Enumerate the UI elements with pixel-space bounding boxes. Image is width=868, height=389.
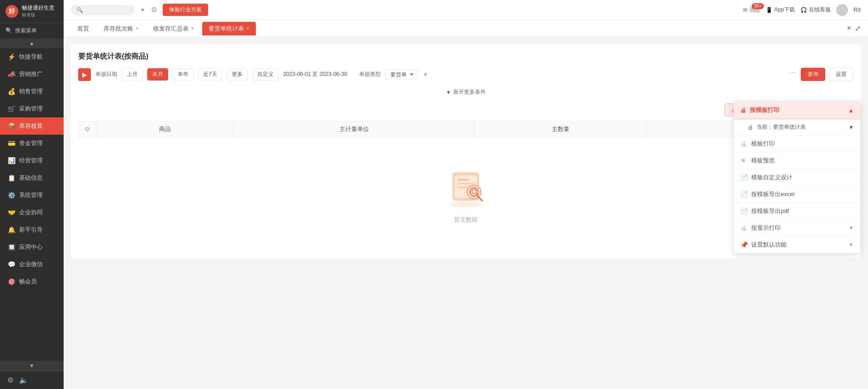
dropdown-item-left: 🖨 按显示打印 xyxy=(740,224,781,232)
volume-footer-icon[interactable]: 🔈 xyxy=(19,376,28,384)
trial-button[interactable]: 体验行业方案 xyxy=(163,4,208,16)
collab-icon: 🤝 xyxy=(7,209,15,216)
date-more-btn[interactable]: 更多 xyxy=(227,68,248,81)
query-button[interactable]: 查询 xyxy=(801,68,825,81)
date-custom-btn[interactable]: 自定义 xyxy=(252,68,279,81)
sidebar-item-member[interactable]: 🎯 畅会员 xyxy=(0,273,64,290)
header-settings-icon[interactable]: ⚙ xyxy=(151,5,157,14)
sidebar-item-sales[interactable]: 💰 销售管理 xyxy=(0,83,64,100)
app-name-block: 畅捷通好生意 标准版 xyxy=(22,5,55,18)
dropdown-item-template-preview[interactable]: 👁 模板预览 xyxy=(734,152,860,169)
empty-state-text: 暂无数据 xyxy=(454,216,478,224)
marketing-icon: 📣 xyxy=(7,71,15,78)
sidebar-item-marketing[interactable]: 📣 营销推广 xyxy=(0,66,64,83)
date-current-month-btn[interactable]: 本月 xyxy=(147,68,168,81)
template-print-icon: 🖨 xyxy=(740,140,748,147)
expand-more-bar[interactable]: ▼ 展开更多条件 xyxy=(78,86,853,99)
date-prev-month-btn[interactable]: 上月 xyxy=(122,68,143,81)
sidebar-scroll-up[interactable]: ▲ xyxy=(0,38,64,48)
filter-expand-button[interactable]: ▶ xyxy=(78,68,91,81)
sidebar-item-label: 新手引导 xyxy=(19,226,43,234)
search-icon: 🔍 xyxy=(5,27,12,34)
type-filter-label: 单据类型 xyxy=(359,71,381,78)
sidebar-item-inventory[interactable]: 📦 库存核算 xyxy=(0,117,64,135)
sidebar-item-operation[interactable]: 📊 经营管理 xyxy=(0,152,64,169)
sidebar-item-label: 企业协同 xyxy=(19,208,43,217)
main-container: 🔍 ▼ ⚙ 体验行业方案 ✉ 消息 99+ 📱 App下载 🎧 在线客服 Rit xyxy=(64,0,868,389)
tab-home-label: 首页 xyxy=(77,25,89,33)
dropdown-print-icon: 🖨 xyxy=(740,107,746,114)
sidebar-item-basic[interactable]: 📋 基础信息 xyxy=(0,169,64,187)
sidebar-item-finance[interactable]: 💳 资金管理 xyxy=(0,135,64,152)
default-setting-icon: 📌 xyxy=(740,241,748,248)
basic-icon: 📋 xyxy=(7,174,15,182)
settings-footer-icon[interactable]: ⚙ xyxy=(7,376,14,384)
messages-btn[interactable]: ✉ 消息 99+ xyxy=(743,6,760,14)
dropdown-item-template-custom[interactable]: 📄 模板自定义设计 xyxy=(734,169,860,186)
type-select[interactable]: 要货单 xyxy=(385,69,418,80)
col-unit: 主计量单位 xyxy=(234,121,475,137)
dropdown-item-export-excel[interactable]: 📄 按模板导出excel xyxy=(734,186,860,203)
tab-receipt-summary-label: 收发存汇总表 xyxy=(153,25,189,33)
purchase-icon: 🛒 xyxy=(7,105,15,112)
sidebar-item-label: 应用中心 xyxy=(19,243,43,251)
user-avatar[interactable] xyxy=(836,4,848,16)
tab-order-stats-close[interactable]: × xyxy=(247,26,249,31)
window-close-btn[interactable]: × xyxy=(847,24,851,33)
tab-inventory-batch-label: 库存批次账 xyxy=(104,25,133,33)
tab-receipt-summary-close[interactable]: × xyxy=(191,26,194,31)
dropdown-item-export-pdf[interactable]: 📄 按模板导出pdf xyxy=(734,203,860,220)
tab-home[interactable]: 首页 xyxy=(71,22,95,35)
sidebar-item-collab[interactable]: 🤝 企业协同 xyxy=(0,204,64,221)
sidebar-item-label: 销售管理 xyxy=(19,87,43,96)
page-area: 要货单统计表(按商品) ▶ 单据日期 上月 本月 本年 近7天 更多 自定义 2… xyxy=(64,37,868,389)
tab-inventory-batch[interactable]: 库存批次账 × xyxy=(97,22,145,35)
tabs-bar: 首页 库存批次账 × 收发存汇总表 × 要货单统计表 × × ⤢ xyxy=(64,20,868,37)
dropdown-item-default-setting[interactable]: 📌 设置默认功能 ▼ xyxy=(734,237,860,253)
tab-inventory-batch-close[interactable]: × xyxy=(136,26,139,31)
sidebar-item-wechat[interactable]: 💬 企业微信 xyxy=(0,256,64,273)
sidebar-item-label: 系统管理 xyxy=(19,191,43,199)
sidebar-item-label: 资金管理 xyxy=(19,139,43,147)
display-print-expand-icon: ▼ xyxy=(848,225,854,231)
date-range-display: 2023-06-01 至 2023-06-30 xyxy=(283,71,347,78)
sidebar-scroll-down[interactable]: ▼ xyxy=(0,361,64,371)
header-dropdown-icon[interactable]: ▼ xyxy=(140,7,145,13)
template-custom-label: 模板自定义设计 xyxy=(751,173,793,182)
window-maximize-btn[interactable]: ⤢ xyxy=(855,24,861,33)
dropdown-header-right: ▲ xyxy=(848,107,854,114)
tab-order-stats[interactable]: 要货单统计表 × xyxy=(202,22,256,35)
sidebar-item-appstore[interactable]: 🔲 应用中心 xyxy=(0,238,64,256)
inventory-icon: 📦 xyxy=(7,122,15,130)
appstore-icon: 🔲 xyxy=(7,243,15,251)
sidebar-search[interactable]: 🔍 搜索菜单 xyxy=(0,23,64,38)
settings-button[interactable]: 设置 xyxy=(829,68,853,81)
date-current-year-btn[interactable]: 本年 xyxy=(173,68,194,81)
more-options-icon[interactable]: ··· xyxy=(789,68,797,81)
expand-more-icon: ▼ xyxy=(446,89,451,96)
col-quantity: 主数量 xyxy=(475,121,647,137)
dropdown-current-item[interactable]: 🖨 当前：要货单统计表 ▼ xyxy=(734,119,860,136)
app-download-btn[interactable]: 📱 App下载 xyxy=(766,6,795,14)
finance-icon: 💳 xyxy=(7,140,15,147)
app-name: 畅捷通好生意 xyxy=(22,5,55,12)
sidebar-search-label: 搜索菜单 xyxy=(15,27,37,35)
sidebar-item-label: 营销推广 xyxy=(19,70,43,78)
sidebar-item-system[interactable]: ⚙️ 系统管理 xyxy=(0,187,64,204)
dropdown-collapse-icon[interactable]: ▲ xyxy=(848,107,854,114)
sidebar-item-quick-nav[interactable]: ⚡ 快捷导航 xyxy=(0,48,64,66)
empty-state-illustration xyxy=(443,165,489,210)
tab-receipt-summary[interactable]: 收发存汇总表 × xyxy=(147,22,200,35)
dropdown-item-template-print[interactable]: 🖨 模板打印 xyxy=(734,136,860,152)
sidebar: 好 畅捷通好生意 标准版 🔍 搜索菜单 ▲ ⚡ 快捷导航 📣 营销推广 💰 销售… xyxy=(0,0,64,389)
online-service-btn[interactable]: 🎧 在线客服 xyxy=(800,6,831,14)
header-search-box[interactable]: 🔍 xyxy=(71,5,135,15)
date-last-7days-btn[interactable]: 近7天 xyxy=(198,68,222,81)
filter-bar: ▶ 单据日期 上月 本月 本年 近7天 更多 自定义 2023-06-01 至 … xyxy=(78,68,853,81)
col-settings[interactable]: ⚙ xyxy=(79,121,97,137)
dropdown-item-display-print[interactable]: 🖨 按显示打印 ▼ xyxy=(734,220,860,237)
top-header: 🔍 ▼ ⚙ 体验行业方案 ✉ 消息 99+ 📱 App下载 🎧 在线客服 Rit xyxy=(64,0,868,20)
table-settings-icon[interactable]: ⚙ xyxy=(85,126,90,133)
sidebar-item-purchase[interactable]: 🛒 采购管理 xyxy=(0,100,64,117)
sidebar-item-guide[interactable]: 🔔 新手引导 xyxy=(0,221,64,238)
